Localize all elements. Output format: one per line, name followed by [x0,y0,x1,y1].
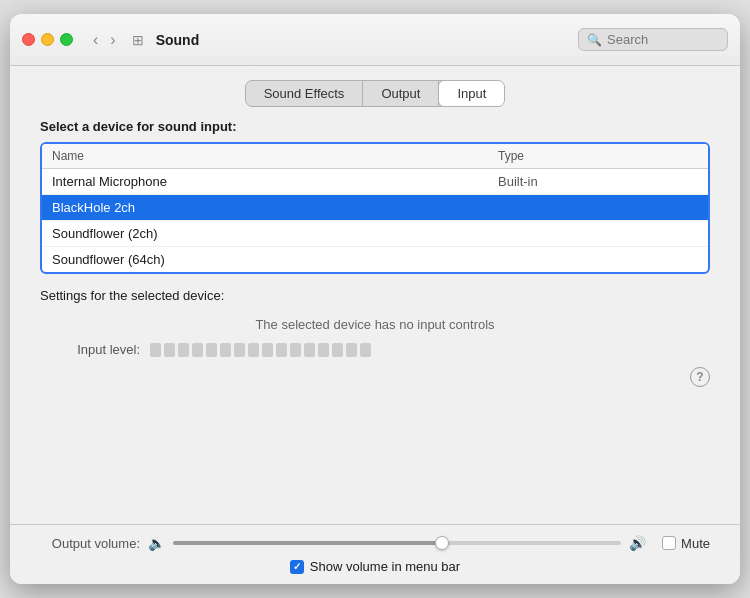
tab-group: Sound Effects Output Input [245,80,506,107]
level-bar [346,343,357,357]
section-title: Select a device for sound input: [40,119,710,134]
menu-bar-row: Show volume in menu bar [40,559,710,574]
input-level-label: Input level: [40,342,140,357]
volume-slider[interactable] [173,541,621,545]
volume-low-icon: 🔈 [148,535,165,551]
mute-label: Mute [681,536,710,551]
bottom-bar: Output volume: 🔈 🔊 Mute Show volume in m… [10,524,740,584]
minimize-button[interactable] [41,33,54,46]
table-header: Name Type [42,144,708,169]
maximize-button[interactable] [60,33,73,46]
level-bar [248,343,259,357]
content-area: Select a device for sound input: Name Ty… [10,119,740,524]
traffic-lights [22,33,73,46]
tab-output[interactable]: Output [363,81,439,106]
level-bar [290,343,301,357]
level-bar [276,343,287,357]
search-input[interactable] [607,32,719,47]
table-row[interactable]: Internal Microphone Built-in [42,169,708,195]
help-button[interactable]: ? [690,367,710,387]
device-table: Name Type Internal Microphone Built-in B… [40,142,710,274]
menu-bar-label: Show volume in menu bar [310,559,460,574]
level-bar [164,343,175,357]
tab-input[interactable]: Input [438,80,505,107]
level-bar [262,343,273,357]
tabs-row: Sound Effects Output Input [10,66,740,119]
device-name: BlackHole 2ch [52,200,498,215]
forward-button[interactable]: › [106,30,119,50]
level-bar [360,343,371,357]
level-bar [178,343,189,357]
slider-thumb [435,536,449,550]
level-bar [234,343,245,357]
level-bar [150,343,161,357]
main-window: ‹ › ⊞ Sound 🔍 Sound Effects Output Input… [10,14,740,584]
input-level-row: Input level: [40,342,710,357]
tab-sound-effects[interactable]: Sound Effects [246,81,364,106]
col-type-header: Type [498,149,698,163]
device-name: Soundflower (2ch) [52,226,498,241]
search-bar[interactable]: 🔍 [578,28,728,51]
device-name: Internal Microphone [52,174,498,189]
no-controls-text: The selected device has no input control… [40,317,710,332]
search-icon: 🔍 [587,33,602,47]
back-button[interactable]: ‹ [89,30,102,50]
device-type: Built-in [498,174,698,189]
device-type [498,252,698,267]
settings-label: Settings for the selected device: [40,288,710,303]
device-name: Soundflower (64ch) [52,252,498,267]
volume-high-icon: 🔊 [629,535,646,551]
window-title: Sound [156,32,200,48]
level-bar [220,343,231,357]
level-bar [206,343,217,357]
nav-arrows: ‹ › [89,30,120,50]
level-bar [332,343,343,357]
level-bars [150,343,371,357]
output-volume-label: Output volume: [40,536,140,551]
menu-bar-checkbox[interactable] [290,560,304,574]
table-row[interactable]: Soundflower (64ch) [42,247,708,272]
device-type [498,226,698,241]
table-row[interactable]: Soundflower (2ch) [42,221,708,247]
level-bar [318,343,329,357]
mute-area: Mute [662,536,710,551]
col-name-header: Name [52,149,498,163]
level-bar [192,343,203,357]
mute-checkbox[interactable] [662,536,676,550]
grid-icon: ⊞ [132,32,144,48]
level-bar [304,343,315,357]
close-button[interactable] [22,33,35,46]
table-row[interactable]: BlackHole 2ch [42,195,708,221]
device-type [498,200,698,215]
help-row: ? [40,367,710,387]
titlebar: ‹ › ⊞ Sound 🔍 [10,14,740,66]
volume-row: Output volume: 🔈 🔊 Mute [40,535,710,551]
